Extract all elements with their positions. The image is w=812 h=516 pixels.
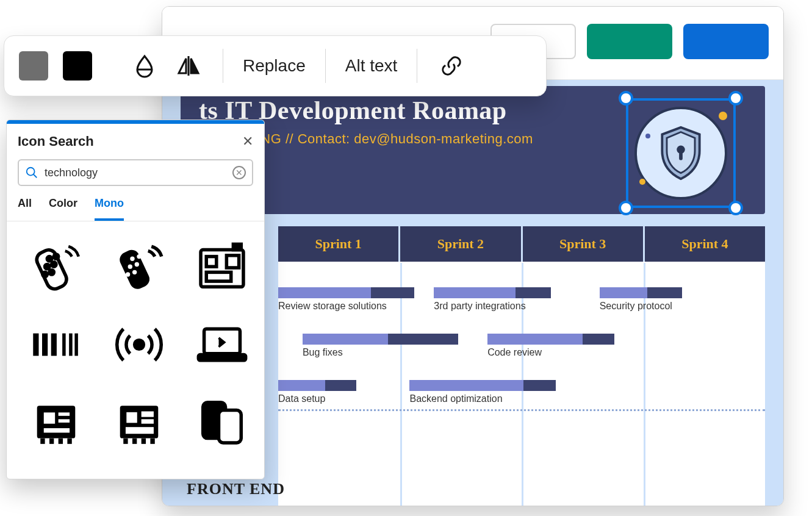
task-label: Data setup — [278, 393, 325, 404]
svg-point-15 — [137, 254, 141, 259]
svg-point-12 — [49, 270, 54, 274]
color-swatch-secondary[interactable] — [19, 51, 48, 81]
svg-rect-33 — [198, 355, 245, 360]
tab-all[interactable]: All — [18, 197, 32, 221]
task-bar[interactable]: Bug fixes — [303, 334, 458, 345]
svg-line-5 — [34, 174, 37, 178]
replace-button[interactable]: Replace — [243, 56, 306, 76]
svg-point-16 — [128, 264, 132, 268]
search-icon — [25, 166, 38, 179]
task-label: Backend optimization — [409, 393, 502, 404]
icon-results-grid — [7, 221, 264, 468]
svg-rect-54 — [218, 410, 241, 443]
svg-rect-44 — [126, 411, 138, 423]
selected-graphic[interactable] — [626, 98, 736, 208]
task-label: Review storage solutions — [278, 301, 387, 312]
link-icon[interactable] — [437, 51, 466, 81]
sprint-header-3: Sprint 3 — [523, 226, 645, 262]
svg-rect-40 — [49, 439, 54, 444]
svg-rect-41 — [59, 439, 63, 444]
task-label: 3rd party integrations — [434, 301, 525, 312]
svg-rect-46 — [142, 411, 154, 417]
sprint-header-2: Sprint 2 — [400, 226, 522, 262]
task-label: Security protocol — [600, 301, 672, 312]
tab-mono[interactable]: Mono — [95, 197, 124, 221]
task-label: Bug fixes — [303, 347, 343, 358]
chip-detailed-icon[interactable] — [106, 391, 173, 452]
task-bar[interactable]: 3rd party integrations — [434, 287, 551, 298]
resize-handle-bl[interactable] — [619, 201, 633, 215]
clear-search-icon[interactable]: ✕ — [232, 166, 246, 179]
svg-rect-13 — [117, 248, 152, 292]
svg-point-18 — [126, 272, 130, 276]
tab-color[interactable]: Color — [49, 197, 77, 221]
opacity-icon[interactable] — [130, 51, 159, 81]
svg-rect-48 — [126, 427, 154, 434]
roadmap-header: ts IT Development Roamap MARKETING // Co… — [181, 86, 765, 214]
panel-title: Icon Search — [18, 134, 94, 149]
filter-tabs: All Color Mono — [7, 187, 264, 221]
chip-solid-icon[interactable] — [23, 391, 90, 452]
laptop-icon[interactable] — [189, 314, 256, 375]
search-input[interactable] — [45, 167, 226, 179]
svg-point-7 — [47, 257, 51, 261]
close-icon[interactable]: ✕ — [242, 134, 253, 149]
section-label-front-end: FRONT END — [187, 480, 285, 498]
svg-point-4 — [27, 168, 35, 176]
task-bar[interactable]: Code review — [487, 334, 614, 345]
svg-point-8 — [54, 254, 58, 259]
task-bar[interactable]: Review storage solutions — [278, 287, 414, 298]
resize-handle-tl[interactable] — [619, 91, 633, 106]
task-bar[interactable]: Backend optimization — [409, 380, 555, 391]
svg-rect-50 — [132, 439, 137, 444]
svg-point-31 — [135, 340, 144, 349]
sprint-header-row: Sprint 1 Sprint 2 Sprint 3 Sprint 4 — [278, 226, 765, 262]
svg-rect-42 — [67, 439, 71, 444]
svg-rect-51 — [142, 439, 146, 444]
alttext-button[interactable]: Alt text — [345, 56, 398, 76]
color-swatch-primary[interactable] — [63, 51, 92, 81]
task-bar[interactable]: Security protocol — [600, 287, 683, 298]
svg-rect-23 — [206, 272, 231, 281]
search-field[interactable]: ✕ — [18, 159, 253, 186]
remote-outline-icon[interactable] — [23, 237, 90, 298]
svg-rect-38 — [44, 428, 70, 432]
circuit-board-icon[interactable] — [189, 237, 256, 298]
svg-rect-35 — [44, 412, 55, 423]
wireless-signal-icon[interactable] — [106, 314, 173, 375]
topbar-secondary-button[interactable] — [683, 24, 769, 59]
resize-handle-tr[interactable] — [728, 91, 743, 106]
flip-icon[interactable] — [174, 51, 203, 81]
svg-rect-47 — [142, 419, 154, 423]
task-bar[interactable]: Data setup — [278, 380, 356, 391]
context-toolbar: Replace Alt text — [4, 35, 547, 96]
section-divider — [278, 409, 765, 411]
svg-rect-22 — [226, 256, 239, 268]
task-area: Review storage solutions3rd party integr… — [278, 287, 765, 506]
svg-rect-36 — [59, 412, 70, 416]
barcode-icon[interactable] — [23, 314, 90, 375]
remote-solid-icon[interactable] — [106, 237, 173, 298]
svg-point-19 — [132, 270, 137, 274]
roadmap-board: Sprint 1 Sprint 2 Sprint 3 Sprint 4 Revi… — [278, 226, 765, 506]
topbar-primary-button[interactable] — [587, 24, 672, 59]
svg-rect-21 — [206, 257, 217, 267]
devices-icon[interactable] — [189, 391, 256, 452]
svg-point-10 — [52, 262, 56, 267]
svg-point-14 — [130, 257, 134, 261]
resize-handle-br[interactable] — [728, 201, 743, 215]
svg-rect-37 — [59, 419, 70, 423]
task-label: Code review — [487, 347, 542, 358]
svg-rect-49 — [123, 439, 128, 444]
sprint-header-4: Sprint 4 — [645, 226, 765, 262]
selection-frame — [626, 98, 736, 208]
svg-point-11 — [43, 272, 47, 276]
svg-rect-24 — [233, 244, 241, 249]
sprint-header-1: Sprint 1 — [278, 226, 400, 262]
svg-point-17 — [135, 262, 139, 267]
svg-rect-39 — [40, 439, 45, 444]
svg-point-9 — [45, 264, 49, 268]
icon-search-panel: Icon Search ✕ ✕ All Color Mono — [6, 120, 265, 479]
svg-rect-52 — [150, 439, 154, 444]
